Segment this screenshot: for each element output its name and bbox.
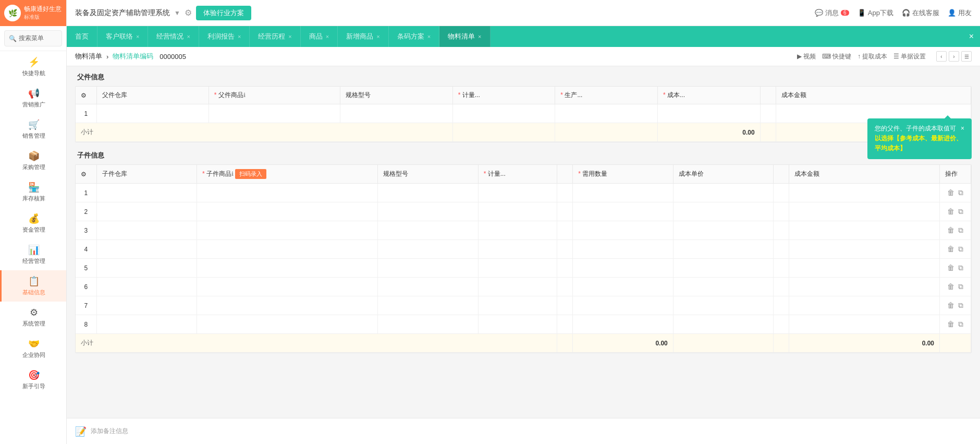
child-row-quantity[interactable] — [573, 202, 673, 221]
page-next-btn[interactable]: › — [949, 51, 959, 62]
child-row-quantity[interactable] — [573, 184, 673, 202]
breadcrumb-parent[interactable]: 物料清单 — [75, 52, 102, 61]
tab-profit-close[interactable]: × — [238, 33, 241, 40]
messages-item[interactable]: 💬 消息 6 — [815, 8, 849, 18]
child-row-product[interactable] — [197, 184, 377, 202]
child-row-unit-cost[interactable] — [673, 240, 773, 259]
search-menu-button[interactable]: 🔍 搜索菜单 — [4, 30, 62, 46]
child-row-unit[interactable] — [478, 184, 557, 202]
child-row-spec[interactable] — [378, 240, 478, 259]
child-row-quantity[interactable] — [573, 259, 673, 278]
tab-home[interactable]: 首页 — [67, 26, 97, 47]
child-row-quantity[interactable] — [573, 315, 673, 334]
child-row-product[interactable] — [197, 221, 377, 240]
child-row-spec[interactable] — [378, 296, 478, 315]
tab-operations[interactable]: 经营情况 × — [148, 26, 199, 47]
copy-icon[interactable]: ⧉ — [958, 282, 963, 291]
online-service-item[interactable]: 🎧 在线客服 — [902, 8, 939, 18]
sidebar-item-system[interactable]: ⚙ 系统管理 — [0, 302, 66, 333]
action-shortcut[interactable]: ⌨ 快捷键 — [822, 52, 851, 61]
child-row-quantity[interactable] — [573, 240, 673, 259]
tab-goods[interactable]: 商品 × — [301, 26, 338, 47]
tab-history-close[interactable]: × — [288, 33, 291, 40]
child-row-spec[interactable] — [378, 259, 478, 278]
tab-barcode-close[interactable]: × — [427, 33, 431, 40]
tab-customer[interactable]: 客户联络 × — [97, 26, 148, 47]
tooltip-close-btn[interactable]: × — [961, 124, 964, 134]
child-row-warehouse[interactable] — [96, 296, 197, 315]
trial-button[interactable]: 体验行业方案 — [196, 6, 251, 20]
app-download-item[interactable]: 📱 App下载 — [858, 8, 893, 18]
child-row-warehouse[interactable] — [96, 202, 197, 221]
child-row-product[interactable] — [197, 240, 377, 259]
tab-goods-close[interactable]: × — [326, 33, 329, 40]
child-row-unit[interactable] — [478, 259, 557, 278]
copy-icon[interactable]: ⧉ — [958, 301, 963, 309]
child-row-warehouse[interactable] — [96, 278, 197, 296]
child-row-product[interactable] — [197, 278, 377, 296]
scan-button[interactable]: 扫码录入 — [235, 169, 266, 179]
parent-row-unit[interactable] — [452, 104, 555, 123]
child-row-product[interactable] — [197, 202, 377, 221]
child-row-product[interactable] — [197, 259, 377, 278]
child-row-unit[interactable] — [478, 315, 557, 334]
sidebar-item-enterprise[interactable]: 🤝 企业协同 — [0, 333, 66, 364]
parent-row-spec[interactable] — [340, 104, 452, 123]
child-row-unit-cost[interactable] — [673, 315, 773, 334]
copy-icon[interactable]: ⧉ — [958, 320, 963, 328]
page-list-btn[interactable]: ☰ — [961, 51, 972, 62]
page-prev-btn[interactable]: ‹ — [936, 51, 947, 62]
child-row-spec[interactable] — [378, 202, 478, 221]
tab-new-goods[interactable]: 新增商品 × — [338, 26, 388, 47]
child-row-unit-cost[interactable] — [673, 221, 773, 240]
parent-row-cost[interactable] — [657, 104, 760, 123]
child-row-warehouse[interactable] — [96, 240, 197, 259]
sidebar-item-operations[interactable]: 📊 经营管理 — [0, 239, 66, 270]
copy-icon[interactable]: ⧉ — [958, 226, 963, 234]
user-item[interactable]: 👤 用友 — [948, 8, 972, 18]
close-all-tabs[interactable]: × — [963, 32, 980, 41]
sidebar-item-sales[interactable]: 🛒 销售管理 — [0, 114, 66, 145]
copy-icon[interactable]: ⧉ — [958, 263, 963, 272]
delete-icon[interactable]: 🗑 — [947, 263, 954, 272]
child-row-spec[interactable] — [378, 278, 478, 296]
child-row-unit[interactable] — [478, 278, 557, 296]
sidebar-item-guide[interactable]: 🎯 新手引导 — [0, 364, 66, 395]
child-row-warehouse[interactable] — [96, 221, 197, 240]
delete-icon[interactable]: 🗑 — [947, 188, 954, 197]
tab-history[interactable]: 经营历程 × — [250, 26, 300, 47]
parent-row-product[interactable] — [209, 104, 340, 123]
sidebar-item-finance[interactable]: 💰 资金管理 — [0, 208, 66, 239]
copy-icon[interactable]: ⧉ — [958, 188, 963, 197]
child-row-unit-cost[interactable] — [673, 202, 773, 221]
child-row-warehouse[interactable] — [96, 259, 197, 278]
tab-barcode[interactable]: 条码方案 × — [389, 26, 439, 47]
child-row-unit-cost[interactable] — [673, 278, 773, 296]
child-row-quantity[interactable] — [573, 296, 673, 315]
child-row-spec[interactable] — [378, 221, 478, 240]
delete-icon[interactable]: 🗑 — [947, 245, 954, 253]
copy-icon[interactable]: ⧉ — [958, 245, 963, 253]
parent-th-settings[interactable]: ⚙ — [76, 87, 96, 104]
delete-icon[interactable]: 🗑 — [947, 226, 954, 234]
sidebar-item-inventory[interactable]: 🏪 库存核算 — [0, 176, 66, 208]
action-view[interactable]: ▶ 视频 — [797, 52, 816, 61]
sidebar-item-marketing[interactable]: 📢 营销推广 — [0, 82, 66, 114]
tab-operations-close[interactable]: × — [187, 33, 190, 40]
delete-icon[interactable]: 🗑 — [947, 320, 954, 328]
child-row-unit-cost[interactable] — [673, 184, 773, 202]
child-row-spec[interactable] — [378, 184, 478, 202]
child-row-unit-cost[interactable] — [673, 259, 773, 278]
child-row-product[interactable] — [197, 315, 377, 334]
action-single-settings[interactable]: ☰ 单据设置 — [893, 52, 926, 61]
parent-row-warehouse[interactable] — [96, 104, 209, 123]
tab-customer-close[interactable]: × — [136, 33, 139, 40]
child-row-warehouse[interactable] — [96, 315, 197, 334]
child-row-unit-cost[interactable] — [673, 296, 773, 315]
sidebar-item-base-info[interactable]: 📋 基础信息 — [0, 270, 66, 302]
child-row-unit[interactable] — [478, 240, 557, 259]
sidebar-item-quick-nav[interactable]: ⚡ 快捷导航 — [0, 51, 66, 82]
settings-icon[interactable]: ⚙ — [185, 8, 192, 18]
tab-profit[interactable]: 利润报告 × — [199, 26, 250, 47]
tab-new-goods-close[interactable]: × — [376, 33, 379, 40]
